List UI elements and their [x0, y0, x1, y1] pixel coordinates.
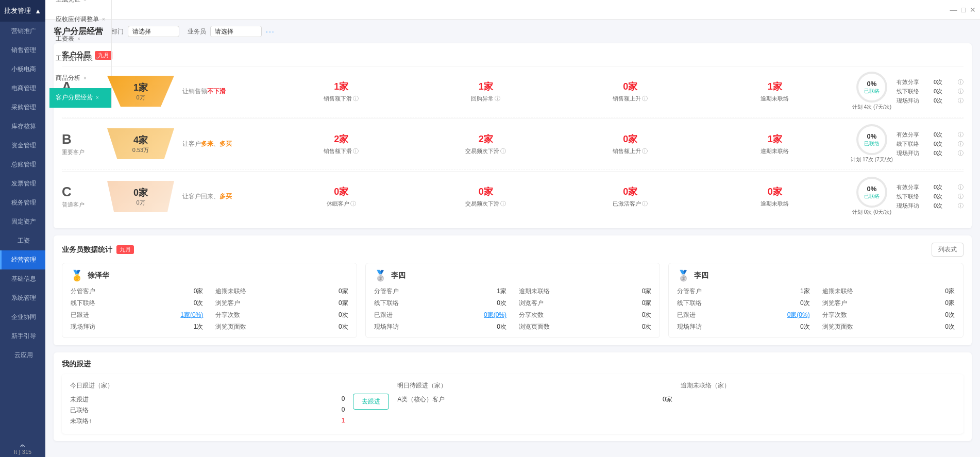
tab-close-工资表[interactable]: × [77, 36, 80, 42]
today-follow-label: 今日跟进（家） [70, 381, 345, 390]
window-restore-icon[interactable]: □ [961, 6, 966, 14]
sp-stat-left-1-0: 分管客户1家 [374, 287, 506, 296]
sidebar-item-发票管理[interactable]: 发票管理 [0, 174, 45, 193]
today-row-val-0: 0 [342, 395, 345, 404]
circle-percent-A: 0% [867, 80, 877, 88]
today-row-val-2: 1 [342, 417, 345, 426]
tab-生成凭证[interactable]: 生成凭证× [49, 0, 112, 10]
sidebar-item-经营管理[interactable]: 经营管理 [0, 250, 45, 269]
tab-应收应付调整单[interactable]: 应收应付调整单× [49, 10, 112, 29]
tab-close-应收应付调整单[interactable]: × [102, 16, 105, 22]
tier-right-stats-A: 有效分享0次ⓘ线下联络0次ⓘ现场拜访0次ⓘ [897, 78, 964, 105]
sp-stat-label-1-right-0: 逾期未联络 [519, 287, 550, 296]
today-rows: 未跟进0已联络0未联络↑1 [70, 394, 345, 427]
right-stat-val-B-2: 0次 [934, 149, 942, 157]
window-minimize-icon[interactable]: — [950, 6, 957, 14]
sp-stat-label-2-right-0: 逾期未联络 [822, 287, 853, 296]
stat-count-B-2: 0家 [623, 133, 637, 145]
sidebar-item-基础信息[interactable]: 基础信息 [0, 269, 45, 289]
tier-count-C: 0家0万 [133, 187, 148, 207]
sp-stat-left-0-0: 分管客户0家 [71, 287, 203, 296]
tab-工资表[interactable]: 工资表× [49, 29, 112, 49]
today-row-val-1: 0 [342, 406, 345, 415]
sidebar-item-工资[interactable]: 工资 [0, 231, 45, 250]
sidebar-item-小畅电商[interactable]: 小畅电商 [0, 60, 45, 79]
info-icon[interactable]: ⓘ [495, 95, 500, 103]
tab-close-工资统计报表[interactable]: × [96, 56, 99, 61]
tab-工资统计报表[interactable]: 工资统计报表× [49, 49, 112, 69]
info-icon[interactable]: ⓘ [350, 200, 356, 208]
sidebar-collapse-icon[interactable]: ▲ [35, 7, 41, 15]
right-stat-info-icon-B-0[interactable]: ⓘ [958, 131, 964, 139]
sp-stat-val-1-left-0: 1家 [497, 287, 506, 296]
right-stat-label-A-1: 线下联络 [897, 88, 919, 95]
right-stat-info-icon-A-2[interactable]: ⓘ [958, 97, 964, 105]
tabbar-actions[interactable]: — □ ✕ [950, 6, 976, 14]
right-stat-C-0: 有效分享0次ⓘ [897, 183, 964, 191]
dept-select[interactable]: 请选择 [128, 26, 179, 37]
right-stat-info-icon-A-0[interactable]: ⓘ [958, 78, 964, 86]
info-icon[interactable]: ⓘ [353, 95, 359, 103]
sp-stat-val-0-left-2[interactable]: 1家(0%) [180, 311, 203, 319]
sp-stat-val-0-left-1: 0次 [194, 299, 204, 308]
info-icon[interactable]: ⓘ [353, 147, 359, 155]
sp-stat-val-2-left-2[interactable]: 0家(0%) [787, 311, 810, 319]
today-follow-col: 今日跟进（家） 未跟进0已联络0未联络↑1 [70, 381, 345, 427]
sp-medal-0: 🥇 [71, 269, 83, 282]
stat-count-A-2: 0家 [623, 80, 637, 93]
sidebar-header[interactable]: 批发管理 ▲ [0, 0, 45, 22]
salesperson-card-2: 🥈李四分管客户1家线下联络0次已跟进0家(0%)现场拜访0次逾期未联络0家浏览客… [668, 263, 964, 338]
sidebar-item-电商管理[interactable]: 电商管理 [0, 79, 45, 98]
tier-suggestion-C: 让客户回来、多买 [182, 192, 265, 201]
sidebar-item-资金管理[interactable]: 资金管理 [0, 136, 45, 155]
tab-close-生成凭证[interactable]: × [83, 0, 87, 3]
sidebar-item-企业协同[interactable]: 企业协同 [0, 308, 45, 327]
circle-container-A: 0%已联络 [856, 72, 887, 103]
info-icon[interactable]: ⓘ [500, 147, 506, 155]
right-stat-info-icon-C-0[interactable]: ⓘ [958, 183, 964, 191]
sp-stat-val-2-right-3: 0次 [945, 323, 955, 331]
right-stat-info-icon-B-2[interactable]: ⓘ [958, 149, 964, 157]
sp-stat-val-1-left-2[interactable]: 0家(0%) [484, 311, 506, 319]
tab-商品分析[interactable]: 商品分析× [49, 69, 112, 88]
sidebar-item-云应用[interactable]: 云应用 [0, 346, 45, 365]
tier-name-C: 普通客户 [62, 201, 85, 209]
sidebar-item-库存核算[interactable]: 库存核算 [0, 117, 45, 136]
right-stat-info-icon-B-1[interactable]: ⓘ [958, 140, 964, 148]
list-view-button[interactable]: 列表式 [932, 243, 964, 257]
right-stat-label-B-1: 线下联络 [897, 140, 919, 148]
right-stat-info-icon-C-1[interactable]: ⓘ [958, 193, 964, 200]
tab-close-商品分析[interactable]: × [83, 75, 87, 81]
info-icon[interactable]: ⓘ [642, 147, 648, 155]
sidebar-item-总账管理[interactable]: 总账管理 [0, 155, 45, 174]
tier-label-B: B重要客户 [62, 131, 103, 156]
tier-right-stats-B: 有效分享0次ⓘ线下联络0次ⓘ现场拜访0次ⓘ [897, 131, 964, 157]
right-stat-info-icon-C-2[interactable]: ⓘ [958, 202, 964, 210]
staff-select[interactable]: 请选择 [210, 26, 262, 37]
sidebar-item-新手引导[interactable]: 新手引导 [0, 327, 45, 346]
sidebar-item-采购管理[interactable]: 采购管理 [0, 98, 45, 117]
info-icon[interactable]: ⓘ [642, 95, 648, 103]
tab-close-客户分层经营[interactable]: × [96, 95, 99, 100]
tomorrow-follow-col: 明日待跟进（家） A类（核心）客户0家 [397, 381, 672, 427]
sidebar-item-营销推广[interactable]: 营销推广 [0, 22, 45, 41]
sidebar-item-税务管理[interactable]: 税务管理 [0, 193, 45, 212]
sidebar-item-系统管理[interactable]: 系统管理 [0, 289, 45, 308]
sidebar-item-固定资产[interactable]: 固定资产 [0, 212, 45, 231]
sp-stat-val-0-right-3: 0次 [339, 323, 348, 331]
sp-stat-label-0-left-2: 已跟进 [71, 311, 89, 319]
stat-count-B-3: 1家 [768, 133, 782, 145]
more-filters-icon[interactable]: ··· [266, 27, 275, 36]
tab-客户分层经营[interactable]: 客户分层经营× [49, 88, 112, 108]
stat-label-B-2: 销售额上升ⓘ [613, 147, 648, 155]
sp-stats-2: 分管客户1家线下联络0次已跟进0家(0%)现场拜访0次逾期未联络0家浏览客户0家… [677, 287, 955, 331]
info-icon[interactable]: ⓘ [500, 200, 506, 208]
info-icon[interactable]: ⓘ [642, 200, 648, 208]
biz-stats-title: 业务员数据统计 [62, 245, 112, 255]
circle-container-B: 0%已联络 [856, 124, 887, 155]
main-area: 首页门店商品目录×销货单×店铺管理×生成凭证×应收应付调整单×工资表×工资统计报… [45, 0, 980, 457]
window-close-icon[interactable]: ✕ [970, 6, 976, 14]
right-stat-info-icon-A-1[interactable]: ⓘ [958, 88, 964, 95]
sidebar-item-销售管理[interactable]: 销售管理 [0, 41, 45, 60]
go-follow-button[interactable]: 去跟进 [353, 394, 389, 410]
